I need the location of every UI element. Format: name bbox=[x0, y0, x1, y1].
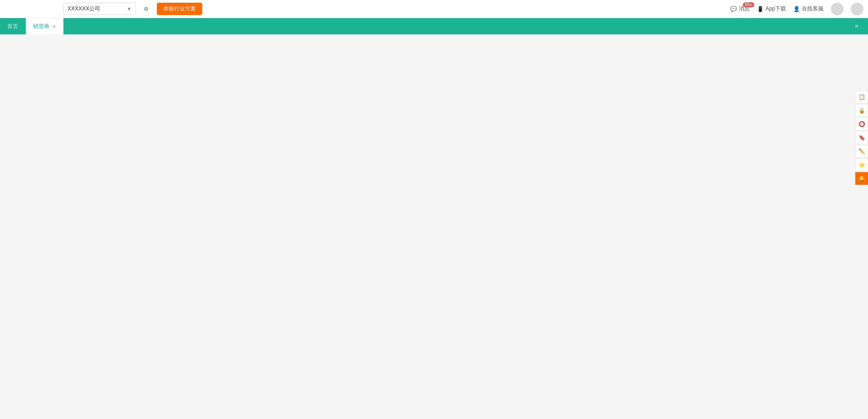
float-btn-6[interactable]: ⭐ bbox=[855, 159, 868, 171]
service-icon: 👤 bbox=[793, 6, 800, 12]
settings-icon[interactable]: ⚙ bbox=[140, 3, 152, 15]
service-label: 在线客服 bbox=[802, 5, 824, 13]
chevron-down-icon: ▼ bbox=[126, 6, 132, 12]
tab-home[interactable]: 首页 bbox=[0, 18, 26, 34]
float-btn-3[interactable]: ⭕ bbox=[855, 118, 868, 130]
nav-tabs: 首页 销货单 ✕ ✕ bbox=[0, 18, 868, 34]
tab-home-label: 首页 bbox=[7, 23, 18, 30]
company-name: XXXXXX公司 bbox=[68, 5, 125, 13]
company-selector[interactable]: XXXXXX公司 ▼ bbox=[63, 3, 136, 15]
tab-sales-order-label: 销货单 bbox=[33, 23, 49, 30]
avatar-extra[interactable] bbox=[851, 3, 863, 15]
message-icon: 💬 bbox=[730, 6, 737, 12]
close-tab-icon[interactable]: ✕ bbox=[52, 24, 56, 29]
trial-button[interactable]: 体验行业方案 bbox=[157, 3, 202, 15]
float-btn-4[interactable]: 🔖 bbox=[855, 131, 868, 144]
app-download-btn[interactable]: 📱 App下载 bbox=[757, 5, 786, 13]
float-btn-7[interactable]: 🔔 bbox=[855, 172, 868, 185]
service-btn[interactable]: 👤 在线客服 bbox=[793, 5, 824, 13]
float-btn-5[interactable]: ✏️ bbox=[855, 145, 868, 158]
tab-sales-order[interactable]: 销货单 ✕ bbox=[26, 18, 63, 34]
float-btn-2[interactable]: 🔒 bbox=[855, 104, 868, 117]
message-btn[interactable]: 💬 消息 99+ bbox=[730, 5, 750, 13]
app-icon: 📱 bbox=[757, 6, 764, 12]
right-float-panel: 📋 🔒 ⭕ 🔖 ✏️ ⭐ 🔔 bbox=[855, 91, 868, 185]
float-btn-1[interactable]: 📋 bbox=[855, 91, 868, 103]
close-all-tabs-btn[interactable]: ✕ bbox=[850, 23, 863, 29]
avatar[interactable] bbox=[831, 3, 844, 15]
message-badge: 99+ bbox=[743, 2, 754, 7]
app-label: App下载 bbox=[766, 5, 786, 13]
